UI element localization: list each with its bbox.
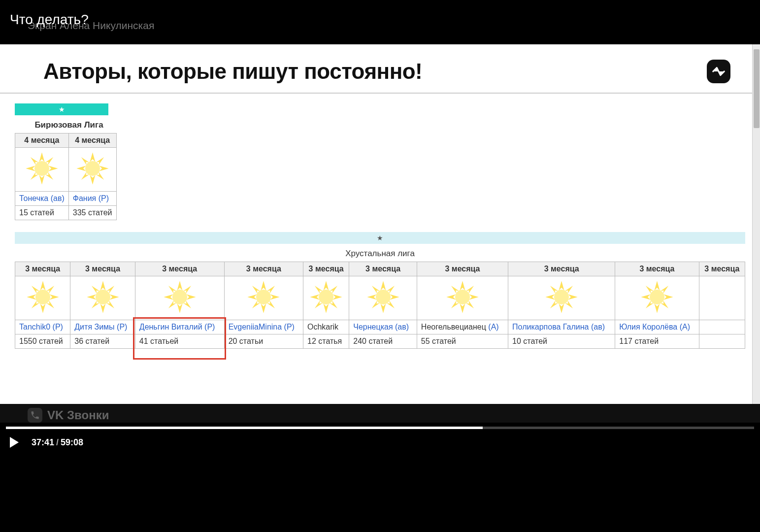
author-cell[interactable]: Юлия Королёва (А) — [615, 320, 699, 334]
svg-marker-73 — [460, 304, 465, 313]
author-link[interactable]: Юлия Королёва — [619, 323, 677, 331]
duration-header: 3 месяца — [70, 262, 135, 276]
author-cell[interactable]: Дитя Зимы (Р) — [70, 320, 135, 334]
svg-marker-9 — [90, 152, 95, 162]
author-link[interactable]: EvgeniiaMinina — [229, 323, 282, 331]
author-tag: (ав) — [591, 323, 605, 331]
author-link[interactable]: Фания — [73, 194, 97, 202]
author-cell[interactable]: Поликарпова Галина (ав) — [508, 320, 615, 334]
play-button[interactable] — [10, 437, 19, 448]
author-tag: (Р) — [99, 194, 109, 202]
svg-marker-37 — [177, 304, 182, 313]
league-crystal: ★ Хрустальная лига 3 месяца3 месяца3 мес… — [15, 232, 745, 349]
svg-marker-46 — [261, 304, 266, 313]
svg-marker-75 — [469, 295, 479, 300]
player-controls: 37:41/59:08 — [0, 429, 760, 456]
author-link[interactable]: Ochkarik — [307, 323, 338, 331]
svg-marker-65 — [367, 295, 376, 300]
sun-cell — [224, 276, 303, 320]
sun-cell — [417, 276, 508, 320]
sun-icon — [366, 280, 400, 314]
count-cell: 117 статей — [615, 334, 699, 349]
sun-icon — [26, 280, 60, 314]
author-tag: (Р) — [117, 323, 127, 331]
league-turquoise: ★ Бирюзовая Лига 4 месяца4 месяцаТонечка… — [15, 103, 123, 220]
author-link[interactable]: Tanchik0 — [19, 323, 50, 331]
author-link[interactable]: Поликарпова Галина — [512, 323, 589, 331]
svg-marker-83 — [546, 295, 555, 300]
count-cell: 15 статей — [15, 206, 69, 220]
tables-area: ★ Бирюзовая Лига 4 месяца4 месяцаТонечка… — [0, 94, 760, 349]
svg-point-71 — [376, 290, 391, 304]
table-turquoise: 4 месяца4 месяцаТонечка (ав)Фания (Р)15 … — [15, 133, 117, 220]
author-link[interactable]: Дитя Зимы — [74, 323, 114, 331]
svg-marker-64 — [380, 304, 386, 313]
author-tag: (А) — [680, 323, 690, 331]
duration-header: 3 месяца — [417, 262, 508, 276]
author-cell[interactable]: Неогельвецианец (А) — [417, 320, 508, 334]
svg-marker-81 — [559, 281, 564, 290]
sun-icon — [163, 280, 197, 314]
duration-header: 3 месяца — [224, 262, 303, 276]
author-cell[interactable]: Ochkarik — [303, 320, 349, 334]
author-cell[interactable]: Tanchik0 (Р) — [15, 320, 70, 334]
sun-cell — [303, 276, 349, 320]
progress-container — [0, 423, 760, 429]
count-cell: 55 статей — [417, 334, 508, 349]
author-cell[interactable]: Фания (Р) — [68, 192, 116, 206]
count-cell: 41 статьей — [135, 334, 224, 349]
author-link[interactable]: Неогельвецианец — [421, 323, 486, 331]
svg-marker-29 — [87, 295, 96, 300]
svg-marker-12 — [99, 166, 108, 171]
author-tag: (А) — [488, 323, 498, 331]
author-tag: (Р) — [53, 323, 63, 331]
author-link[interactable]: Деньгин Виталий — [139, 323, 202, 331]
league-badge-turquoise: ★ — [15, 103, 108, 115]
author-tag: (ав) — [395, 323, 409, 331]
svg-marker-10 — [90, 175, 95, 185]
svg-marker-48 — [270, 295, 280, 300]
sun-cell — [70, 276, 135, 320]
current-time: 37:41 — [32, 437, 54, 447]
sun-cell — [615, 276, 699, 320]
svg-marker-91 — [654, 304, 660, 313]
author-cell[interactable]: Чернецкая (ав) — [349, 320, 417, 334]
scroll-thumb[interactable] — [754, 49, 760, 128]
sun-icon — [446, 280, 479, 314]
phone-icon — [28, 408, 42, 423]
time-display: 37:41/59:08 — [32, 437, 83, 448]
author-link[interactable]: Тонечка — [19, 194, 48, 202]
overlay-title: Что делать? — [10, 12, 89, 28]
svg-marker-0 — [39, 152, 44, 162]
svg-point-44 — [172, 290, 187, 304]
star-icon: ★ — [59, 105, 65, 113]
svg-point-17 — [85, 161, 100, 176]
duration-header: 3 месяца — [508, 262, 615, 276]
progress-bar[interactable] — [6, 427, 754, 429]
author-cell[interactable]: Деньгин Виталий (Р) — [135, 320, 224, 334]
svg-marker-18 — [40, 281, 45, 290]
svg-marker-84 — [568, 295, 578, 300]
svg-marker-74 — [446, 295, 456, 300]
svg-marker-92 — [641, 295, 650, 300]
svg-marker-63 — [380, 281, 386, 290]
author-link[interactable]: Чернецкая — [353, 323, 393, 331]
author-cell[interactable]: EvgeniiaMinina (Р) — [224, 320, 303, 334]
author-cell[interactable]: Тонечка (ав) — [15, 192, 69, 206]
svg-marker-47 — [248, 295, 257, 300]
count-cell — [699, 334, 745, 349]
scrollbar[interactable] — [752, 44, 760, 404]
slide-header: Авторы, которые пишут постоянно! — [0, 44, 760, 94]
svg-marker-21 — [49, 295, 59, 300]
svg-marker-19 — [40, 304, 45, 313]
svg-marker-20 — [27, 295, 36, 300]
duration-header: 3 месяца — [303, 262, 349, 276]
sun-icon — [76, 152, 109, 185]
slide-content: Авторы, которые пишут постоянно! ★ Бирюз… — [0, 44, 760, 404]
duration-header: 4 месяца — [68, 133, 116, 148]
svg-marker-54 — [324, 281, 329, 290]
svg-point-80 — [455, 290, 470, 304]
duration-header: 3 месяца — [15, 262, 70, 276]
svg-marker-28 — [100, 304, 105, 313]
sun-icon — [545, 280, 578, 314]
